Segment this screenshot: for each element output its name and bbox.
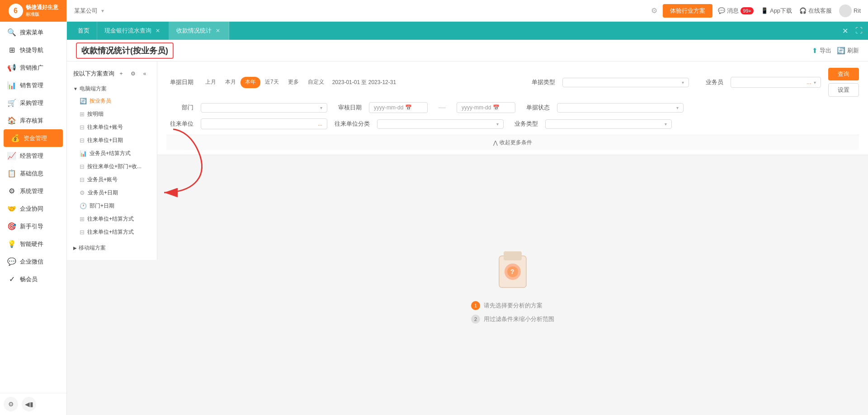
trial-button[interactable]: 体验行业方案: [663, 4, 712, 18]
scheme-item-partner-settle1[interactable]: ⊞ 往来单位+结算方式: [67, 212, 157, 226]
date-btn-more[interactable]: 更多: [283, 76, 303, 89]
user-avatar[interactable]: Rit: [839, 5, 861, 17]
date-btn-last-month[interactable]: 上月: [201, 76, 221, 89]
export-btn[interactable]: ⬆ 导出: [812, 47, 831, 55]
sidebar-item-basic[interactable]: 📋 基础信息: [0, 165, 66, 182]
audit-date-filter-label: 审核日期: [335, 104, 362, 112]
scheme-item-partner-settle2[interactable]: ⊟ 往来单位+结算方式: [67, 226, 157, 239]
dept-select[interactable]: ▾: [201, 103, 327, 113]
sidebar-item-sales[interactable]: 📊 销售管理: [0, 76, 66, 94]
scheme-header-text: 按以下方案查询: [73, 70, 114, 78]
audit-date-start-value: yyyy-mm-dd: [374, 104, 403, 111]
query-button[interactable]: 查询: [828, 68, 859, 80]
scheme-panel: 按以下方案查询 + ⚙ « ▼ 电脑端方案 🔄 按业务员: [67, 61, 157, 260]
sidebar-item-finance[interactable]: 💰 资金管理: [4, 129, 63, 147]
sidebar-item-marketing[interactable]: 📢 营销推广: [0, 59, 66, 76]
tab-fullscreen-btn[interactable]: ⛶: [854, 25, 864, 37]
scheme-item-dept-date[interactable]: 🕐 部门+日期: [67, 199, 157, 212]
sidebar-item-enterprise[interactable]: 🤝 企业协同: [0, 200, 66, 217]
svg-text:?: ?: [510, 268, 514, 275]
scheme-item-salesman-account[interactable]: ⊟ 业务员+账号: [67, 173, 157, 186]
collection-stats-tab-label: 收款情况统计: [176, 27, 212, 35]
scheme-add-btn[interactable]: +: [116, 69, 126, 79]
scheme-collapse-btn[interactable]: «: [140, 69, 150, 79]
desktop-section-header[interactable]: ▼ 电脑端方案: [67, 83, 157, 94]
doc-type-arrow-icon: ▾: [682, 80, 684, 85]
app-download-btn[interactable]: 📱 App下载: [761, 7, 792, 15]
doc-status-select[interactable]: ▾: [557, 103, 684, 113]
smart-hw-icon: 💡: [7, 240, 16, 248]
sidebar-item-purchase[interactable]: 🛒 采购管理: [0, 94, 66, 112]
sidebar-item-label: 智能硬件: [20, 240, 43, 248]
scheme-item-by-detail[interactable]: ⊞ 按明细: [67, 108, 157, 121]
date-btn-this-month[interactable]: 本月: [221, 76, 241, 89]
settings-footer-btn[interactable]: ⚙: [4, 397, 18, 411]
scheme-item-by-salesman[interactable]: 🔄 按业务员: [67, 94, 157, 108]
doc-type-select[interactable]: ▾: [562, 78, 689, 87]
scheme-item-salesman-date[interactable]: ⚙ 业务员+日期: [67, 186, 157, 199]
sidebar-item-member[interactable]: ✓ 畅会员: [0, 270, 66, 288]
breadcrumb-dropdown-icon[interactable]: ▾: [101, 8, 104, 14]
scheme-item-icon-ps2: ⊟: [80, 229, 85, 236]
gear-settings-icon[interactable]: ⚙: [651, 6, 657, 15]
audit-date-start-picker[interactable]: yyyy-mm-dd 📅: [369, 102, 428, 113]
tip-text-1: 请先选择要分析的方案: [484, 302, 542, 310]
sidebar-item-label: 基础信息: [20, 170, 43, 178]
scheme-item-label: 往来单位+结算方式: [87, 215, 134, 223]
partner-select[interactable]: ...: [201, 118, 327, 129]
doc-status-filter-label: 单据状态: [523, 104, 550, 112]
collapse-label: 收起更多条件: [500, 139, 532, 146]
app-download-label: App下载: [770, 7, 792, 15]
filter-row-1: 单据日期 上月 本月 本年 近7天 更多 自定义 2023-01-01 至 20…: [166, 68, 859, 97]
sidebar-item-search[interactable]: 🔍 搜索菜单: [0, 24, 66, 41]
svg-rect-2: [504, 251, 522, 260]
refresh-btn[interactable]: 🔄 刷新: [837, 47, 859, 55]
date-btn-custom[interactable]: 自定义: [303, 76, 329, 89]
sidebar-item-guide[interactable]: 🎯 新手引导: [0, 217, 66, 235]
sidebar-item-wechat[interactable]: 💬 企业微信: [0, 253, 66, 270]
filter-row-3: 往来单位 ... 往来单位分类 ▾ 业务类型 ▾: [166, 118, 859, 129]
export-label: 导出: [820, 47, 831, 55]
page-header: 收款情况统计(按业务员) ⬆ 导出 🔄 刷新: [67, 40, 868, 61]
scheme-item-salesman-settle[interactable]: 📊 业务员+结算方式: [67, 147, 157, 160]
messages-btn[interactable]: 💬 消息 99+: [718, 7, 754, 15]
collapse-more-conditions-btn[interactable]: ⋀ 收起更多条件: [166, 135, 859, 150]
empty-state: ? 1 请先选择要分析的方案 2 用过滤条件来缩小分析范围: [157, 155, 868, 415]
sidebar-item-quick-nav[interactable]: ⊞ 快捷导航: [0, 41, 66, 59]
header-actions: 💬 消息 99+ 📱 App下载 🎧 在线客服 Rit: [718, 5, 861, 17]
scheme-setting-btn[interactable]: ⚙: [128, 69, 138, 79]
scheme-item-partner-date[interactable]: ⊟ 往来单位+日期: [67, 134, 157, 147]
sidebar-item-smart-hw[interactable]: 💡 智能硬件: [0, 235, 66, 253]
tab-close-all-btn[interactable]: ✕: [840, 25, 850, 37]
sidebar-item-system[interactable]: ⚙ 系统管理: [0, 182, 66, 200]
sidebar-item-inventory[interactable]: 🏠 库存核算: [0, 112, 66, 129]
tab-bank-flow-close[interactable]: ✕: [154, 27, 161, 34]
logo-icon: 6: [9, 4, 23, 18]
online-service-btn[interactable]: 🎧 在线客服: [799, 7, 832, 15]
scheme-item-partner-account[interactable]: ⊟ 往来单位+账号: [67, 121, 157, 134]
refresh-label: 刷新: [847, 47, 859, 55]
tab-collection-stats-close[interactable]: ✕: [214, 27, 222, 34]
tab-collection-stats[interactable]: 收款情况统计 ✕: [169, 22, 229, 40]
finance-icon: 💰: [11, 134, 20, 142]
collapse-sidebar-btn[interactable]: ◀▮: [22, 397, 36, 411]
salesman-more-btn[interactable]: ...: [807, 79, 811, 85]
date-btn-7days[interactable]: 近7天: [260, 76, 283, 89]
partner-more-btn[interactable]: ...: [318, 121, 322, 127]
audit-date-end-picker[interactable]: yyyy-mm-dd 📅: [457, 102, 515, 113]
scheme-item-label: 往来单位+结算方式: [87, 228, 134, 236]
guide-icon: 🎯: [7, 222, 16, 231]
sidebar-footer: ⚙ ◀▮: [0, 393, 66, 415]
sidebar-item-operation[interactable]: 📈 经营管理: [0, 147, 66, 165]
partner-category-select[interactable]: ▾: [377, 119, 504, 129]
tab-bank-flow[interactable]: 现金银行流水查询 ✕: [97, 22, 169, 40]
date-btn-this-year[interactable]: 本年: [241, 77, 260, 88]
mobile-section-header[interactable]: ▶ 移动端方案: [67, 242, 157, 254]
salesman-select[interactable]: ... ▾: [731, 77, 821, 88]
setting-button[interactable]: 设置: [828, 83, 859, 97]
app-logo: 6 畅捷通好生意 标准版: [0, 0, 66, 22]
business-type-select[interactable]: ▾: [545, 119, 672, 129]
scheme-item-partner-dept[interactable]: ⊟ 按往来单位+部门+收...: [67, 160, 157, 173]
tab-home[interactable]: 首页: [71, 22, 97, 40]
enterprise-icon: 🤝: [7, 204, 16, 213]
